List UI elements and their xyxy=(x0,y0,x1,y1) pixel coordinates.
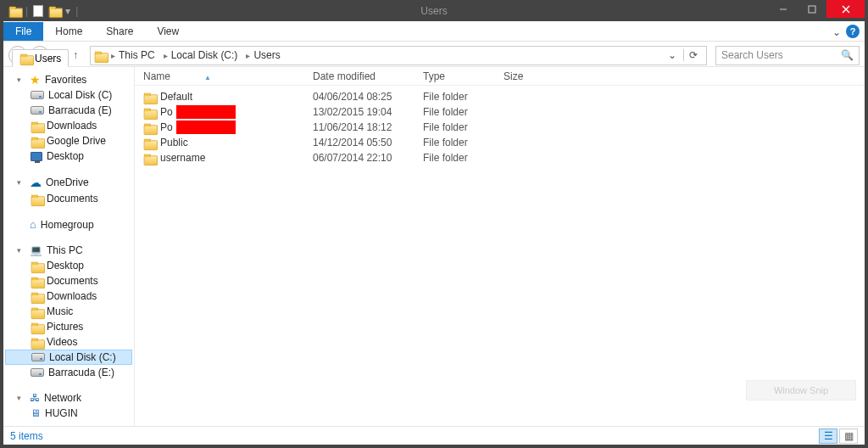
drive-icon xyxy=(31,368,44,377)
explorer-window: | ▾ | Users File Home Share View ⌄ ? ← →… xyxy=(0,0,868,448)
drive-icon xyxy=(31,91,44,99)
file-type: File folder xyxy=(423,121,504,133)
folder-icon xyxy=(31,338,42,346)
file-date: 04/06/2014 08:25 xyxy=(313,91,423,103)
sidebar-item-pc-pictures[interactable]: Pictures xyxy=(5,319,132,334)
sidebar-onedrive[interactable]: ▾☁OneDrive xyxy=(5,174,132,191)
table-row[interactable]: Default04/06/2014 08:25File folder xyxy=(143,89,865,104)
cloud-icon: ☁ xyxy=(30,176,42,189)
ribbon-collapse-icon[interactable]: ⌄ xyxy=(832,26,841,38)
status-bar: 5 items ☰ ▦ xyxy=(3,426,865,445)
chevron-right-icon[interactable]: ▸ xyxy=(164,51,168,60)
desktop-icon xyxy=(31,152,42,161)
address-bar[interactable]: ▸This PC ▸Local Disk (C:) ▸Users ⌄ ⟳ xyxy=(90,46,707,65)
folder-icon xyxy=(31,307,42,316)
table-row[interactable]: Public14/12/2014 05:50File folder xyxy=(143,135,865,150)
folder-icon xyxy=(144,92,155,101)
sidebar-item-pc-barracuda-e[interactable]: Barracuda (E:) xyxy=(5,365,132,380)
tab-share[interactable]: Share xyxy=(94,22,145,41)
sidebar-item-pc-videos[interactable]: Videos xyxy=(5,334,132,350)
sidebar-item-pc-downloads[interactable]: Downloads xyxy=(5,288,132,304)
refresh-icon[interactable]: ⟳ xyxy=(683,49,703,61)
table-row[interactable]: Po13/02/2015 19:04File folder xyxy=(143,104,865,120)
table-row[interactable]: Po11/06/2014 18:12File folder xyxy=(143,120,865,135)
file-name: Po xyxy=(160,106,173,118)
star-icon: ★ xyxy=(30,74,41,86)
sidebar-item-downloads[interactable]: Downloads xyxy=(5,118,132,133)
file-date: 14/12/2014 05:50 xyxy=(313,137,423,148)
sidebar-item-barracuda-e[interactable]: Barracuda (E) xyxy=(5,103,132,118)
tab-file[interactable]: File xyxy=(3,22,43,41)
svg-rect-1 xyxy=(809,6,815,13)
qat-newfolder-icon[interactable] xyxy=(49,7,60,15)
qat-separator2: | xyxy=(75,5,78,17)
tab-view[interactable]: View xyxy=(145,22,191,41)
pc-icon: 💻 xyxy=(30,244,42,256)
file-list: Default04/06/2014 08:25File folderPo13/0… xyxy=(135,86,865,165)
folder-icon xyxy=(144,138,155,147)
address-dropdown-icon[interactable]: ⌄ xyxy=(663,49,682,61)
status-item-count: 5 items xyxy=(10,430,43,442)
title-bar: | ▾ | Users xyxy=(3,0,865,21)
up-button[interactable]: ↑ xyxy=(68,49,83,61)
col-type[interactable]: Type xyxy=(423,70,504,82)
sidebar: ▾★Favorites Local Disk (C) Barracuda (E)… xyxy=(3,67,135,426)
app-icon xyxy=(9,7,20,15)
close-button[interactable] xyxy=(826,0,865,18)
qat-dropdown-icon[interactable]: ▾ xyxy=(65,5,70,17)
folder-icon xyxy=(31,322,42,331)
sidebar-item-localdisk-c[interactable]: Local Disk (C) xyxy=(5,87,132,103)
sidebar-item-pc-music[interactable]: Music xyxy=(5,304,132,319)
folder-tab[interactable]: Users xyxy=(12,49,69,67)
window-title: Users xyxy=(420,5,447,17)
search-input[interactable]: Search Users 🔍 xyxy=(715,46,860,65)
view-icons-button[interactable]: ▦ xyxy=(839,428,858,444)
crumb-users[interactable]: Users xyxy=(253,49,280,61)
folder-icon xyxy=(144,154,155,162)
minimize-button[interactable] xyxy=(769,0,798,18)
crumb-thispc[interactable]: This PC xyxy=(119,49,155,61)
sidebar-thispc[interactable]: ▾💻This PC xyxy=(5,243,132,258)
sidebar-homegroup[interactable]: ⌂Homegroup xyxy=(5,216,132,232)
file-type: File folder xyxy=(423,152,504,164)
folder-icon xyxy=(31,292,42,300)
qat-separator: | xyxy=(25,5,28,17)
help-icon[interactable]: ? xyxy=(846,25,860,38)
redacted-area xyxy=(176,105,236,119)
sidebar-item-pc-localdisk-c[interactable]: Local Disk (C:) xyxy=(5,350,132,365)
folder-tab-icon xyxy=(20,54,31,63)
body: ▾★Favorites Local Disk (C) Barracuda (E)… xyxy=(3,67,865,426)
table-row[interactable]: username06/07/2014 22:10File folder xyxy=(143,150,865,165)
sort-asc-icon: ▲ xyxy=(204,74,211,81)
col-size[interactable]: Size xyxy=(504,70,554,82)
sidebar-item-googledrive[interactable]: Google Drive xyxy=(5,133,132,148)
sidebar-item-pc-documents[interactable]: Documents xyxy=(5,273,132,288)
maximize-button[interactable] xyxy=(798,0,826,18)
sidebar-item-pc-desktop[interactable]: Desktop xyxy=(5,258,132,273)
sidebar-favorites[interactable]: ▾★Favorites xyxy=(5,72,132,87)
chevron-right-icon[interactable]: ▸ xyxy=(111,51,115,60)
folder-icon xyxy=(31,261,42,270)
search-placeholder: Search Users xyxy=(721,49,783,61)
file-name: Default xyxy=(160,91,192,103)
col-name[interactable]: Name▲ xyxy=(143,70,313,82)
file-name: username xyxy=(160,152,205,164)
search-icon[interactable]: 🔍 xyxy=(841,49,854,61)
tab-home[interactable]: Home xyxy=(43,22,94,41)
folder-icon xyxy=(31,121,42,130)
window-snip-overlay: Window Snip xyxy=(746,380,856,400)
folder-tab-label: Users xyxy=(35,53,61,64)
sidebar-item-desktop[interactable]: Desktop xyxy=(5,148,132,164)
sidebar-item-hugin[interactable]: 🖥HUGIN xyxy=(5,406,132,421)
chevron-right-icon[interactable]: ▸ xyxy=(246,51,250,60)
sidebar-network[interactable]: ▾🖧Network xyxy=(5,390,132,406)
view-details-button[interactable]: ☰ xyxy=(819,428,837,444)
sidebar-item-documents[interactable]: Documents xyxy=(5,191,132,206)
file-type: File folder xyxy=(423,91,504,103)
file-name: Public xyxy=(160,137,188,148)
content-pane: Name▲ Date modified Type Size Default04/… xyxy=(135,67,865,426)
folder-icon xyxy=(144,108,155,116)
col-date[interactable]: Date modified xyxy=(313,70,423,82)
qat-properties-icon[interactable] xyxy=(33,5,43,17)
crumb-drive[interactable]: Local Disk (C:) xyxy=(171,49,238,61)
